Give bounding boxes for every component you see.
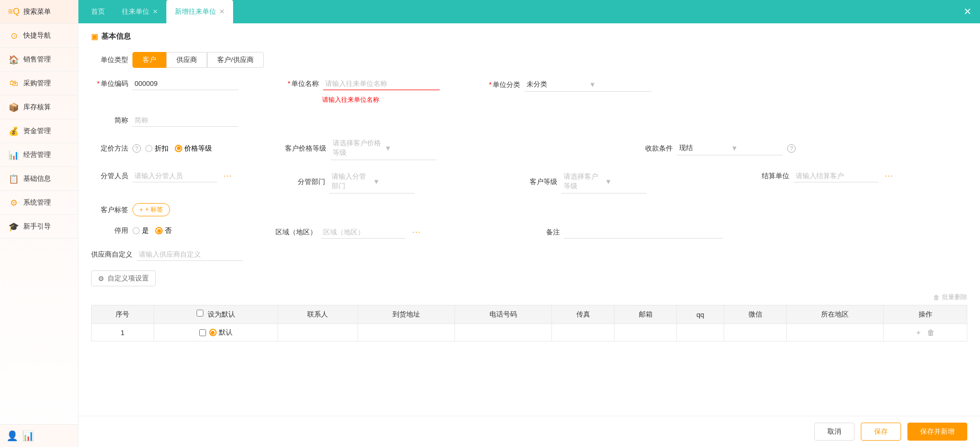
purchase-icon: 🛍: [8, 78, 19, 89]
shortname-row: 简称: [91, 114, 967, 127]
add-tag-label: + 标签: [145, 205, 163, 214]
sidebar-item-business[interactable]: 📊 经营管理: [0, 143, 78, 167]
row-delete-button[interactable]: 🗑: [925, 327, 937, 338]
batch-delete-icon: 🗑: [933, 294, 940, 301]
pricing-help-icon[interactable]: ?: [132, 144, 141, 153]
sidebar-item-newbie[interactable]: 🎓 新手引导: [0, 215, 78, 239]
quicknav-icon: ⊙: [8, 30, 19, 41]
unit-name-group: 单位名称 请输入往来单位名称: [282, 77, 473, 104]
window-close-button[interactable]: ✕: [959, 6, 976, 17]
save-button[interactable]: 保存: [861, 423, 901, 441]
customer-level-select[interactable]: 请选择客户等级 ▼: [562, 170, 646, 194]
sidebar-label-newbie: 新手引导: [23, 222, 51, 231]
region-input[interactable]: [321, 226, 406, 239]
custom-settings-icon: ⚙: [98, 275, 104, 283]
section-icon: ▣: [91, 32, 98, 41]
tab-home[interactable]: 首页: [83, 0, 113, 23]
finance-icon: 💰: [8, 126, 19, 136]
region-dots-button[interactable]: ···: [410, 227, 423, 237]
category-dropdown-arrow: ▼: [589, 81, 649, 89]
select-all-checkbox[interactable]: [197, 310, 203, 317]
tab-contacts[interactable]: 往来单位 ✕: [113, 0, 166, 23]
unit-category-label: 单位分类: [483, 80, 520, 90]
sidebar-item-purchase[interactable]: 🛍 采购管理: [0, 72, 78, 95]
sidebar-item-finance[interactable]: 💰 资金管理: [0, 119, 78, 143]
custom-settings-button[interactable]: ⚙ 自定义项设置: [91, 270, 156, 286]
disabled-radio-no[interactable]: 否: [155, 226, 172, 235]
cancel-button[interactable]: 取消: [814, 423, 854, 441]
unit-type-group: 单位类型 客户 供应商 客户/供应商: [91, 52, 967, 68]
settlement-unit-dots-button[interactable]: ···: [883, 171, 895, 181]
tab-new-contact-close[interactable]: ✕: [219, 8, 225, 15]
region-label: 区域（地区）: [275, 227, 317, 237]
disabled-radio-yes[interactable]: 是: [132, 226, 149, 235]
sidebar-bottom: 👤 📊: [0, 424, 78, 447]
unit-type-label: 单位类型: [91, 55, 128, 65]
cell-phone: [455, 324, 551, 341]
payment-terms-value: 现结: [679, 143, 729, 153]
row-checkbox[interactable]: [199, 329, 206, 336]
short-name-input[interactable]: [132, 114, 238, 127]
customer-level-label: 客户等级: [520, 177, 557, 187]
cell-seq: 1: [92, 324, 154, 341]
sidebar-label-finance: 资金管理: [23, 126, 51, 136]
sidebar: ≡Q 搜索菜单 ⊙ 快捷导航 🏠 销售管理 🛍 采购管理 📦 库存核算 💰 资金…: [0, 0, 78, 447]
manager-row: 分管人员 ··· 分管部门 请输入分管部门 ▼ 客户等级 请选择客户等级 ▼: [91, 170, 967, 194]
department-group: 分管部门 请输入分管部门 ▼: [288, 170, 503, 194]
manager-dots-button[interactable]: ···: [221, 171, 234, 181]
basic-icon: 📋: [8, 173, 19, 184]
sidebar-item-sales[interactable]: 🏠 销售管理: [0, 48, 78, 72]
unit-btn-both[interactable]: 客户/供应商: [207, 52, 264, 68]
contacts-table: 序号 设为默认 联系人 到货地址 电话号码 传真 邮箱 qq 微信 所在地区 操…: [91, 305, 967, 341]
code-name-category-row: 单位编码 单位名称 请输入往来单位名称 单位分类 未分类 ▼: [91, 77, 967, 104]
sales-icon: 🏠: [8, 54, 19, 65]
unit-name-error: 请输入往来单位名称: [322, 95, 379, 104]
customer-price-level-select[interactable]: 请选择客户价格等级 ▼: [331, 136, 436, 160]
unit-category-group: 单位分类 未分类 ▼: [483, 77, 684, 92]
unit-category-select[interactable]: 未分类 ▼: [524, 77, 652, 92]
department-select[interactable]: 请输入分管部门 ▼: [329, 170, 414, 194]
sidebar-label-sales: 销售管理: [23, 55, 51, 64]
settlement-unit-label: 结算单位: [752, 171, 789, 181]
save-and-new-button[interactable]: 保存并新增: [907, 423, 967, 441]
radio-yes-label: 是: [142, 226, 149, 235]
default-radio-circle: [209, 329, 217, 336]
payment-terms-select[interactable]: 现结 ▼: [677, 141, 783, 155]
supplier-custom-group: 供应商自定义: [91, 248, 314, 261]
tab-contacts-close[interactable]: ✕: [153, 8, 158, 15]
radio-yes-circle: [132, 227, 140, 234]
tab-new-contact-label: 新增往来单位: [175, 7, 216, 16]
remark-input[interactable]: [564, 226, 723, 239]
pricing-radio-level[interactable]: 价格等级: [175, 144, 212, 153]
sidebar-item-inventory[interactable]: 📦 库存核算: [0, 95, 78, 119]
radio-discount-label: 折扣: [155, 144, 168, 153]
default-label: 默认: [219, 328, 233, 337]
settlement-unit-input[interactable]: [794, 170, 878, 182]
unit-code-input[interactable]: [132, 77, 238, 90]
unit-category-value: 未分类: [527, 80, 587, 89]
sidebar-item-system[interactable]: ⚙ 系统管理: [0, 191, 78, 215]
sidebar-item-basic[interactable]: 📋 基础信息: [0, 167, 78, 191]
customer-price-level-group: 客户价格等级 请选择客户价格等级 ▼: [285, 136, 617, 160]
unit-name-label: 单位名称: [282, 79, 319, 89]
pricing-radio-discount[interactable]: 折扣: [145, 144, 168, 153]
sidebar-item-search[interactable]: ≡Q 搜索菜单: [0, 0, 78, 24]
row-add-button[interactable]: +: [914, 327, 923, 338]
pricing-radio-group: 折扣 价格等级: [145, 144, 212, 153]
default-radio[interactable]: 默认: [209, 328, 233, 337]
sidebar-item-quicknav[interactable]: ⊙ 快捷导航: [0, 24, 78, 48]
inventory-icon: 📦: [8, 102, 19, 112]
user-icon: 👤: [6, 430, 18, 442]
sidebar-label-basic: 基础信息: [23, 174, 51, 183]
unit-btn-supplier[interactable]: 供应商: [166, 52, 207, 68]
tab-new-contact[interactable]: 新增往来单位 ✕: [166, 0, 233, 23]
unit-name-input[interactable]: [323, 77, 440, 90]
batch-delete-label[interactable]: 批量删除: [942, 293, 967, 302]
col-region: 所在地区: [787, 305, 884, 324]
payment-terms-help-icon[interactable]: ?: [787, 144, 796, 153]
col-seq: 序号: [92, 305, 154, 324]
manager-input[interactable]: [132, 170, 217, 182]
unit-btn-customer[interactable]: 客户: [132, 52, 166, 68]
supplier-custom-input[interactable]: [137, 248, 243, 261]
add-tag-button[interactable]: + + 标签: [132, 203, 170, 216]
